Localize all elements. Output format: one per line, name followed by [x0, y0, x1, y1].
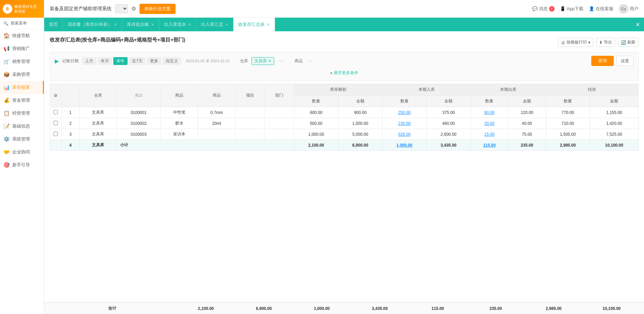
subtotal-in-qty[interactable]: 1,000.00 — [382, 140, 427, 151]
row2-out-qty[interactable]: 20.00 — [470, 118, 508, 129]
total-bal-qty: 2,985.00 — [525, 306, 582, 311]
table-row: 3 文具库 0100003 采访本 1,000.00 5,000.00 520.… — [50, 129, 639, 140]
date-this-year[interactable]: 本年 — [113, 57, 128, 65]
row2-num: 2 — [62, 118, 80, 129]
clipboard-icon: 📋 — [3, 110, 10, 116]
sidebar-item-basic-info[interactable]: 📝 基础信息 — [0, 120, 44, 133]
row1-dept — [265, 107, 294, 118]
expand-conditions-button[interactable]: ▾ 展开更多条件 — [328, 69, 361, 77]
row1-out-amt: 120.00 — [508, 107, 546, 118]
tab-inout-summary[interactable]: 出入库汇总 ✕ — [196, 18, 233, 31]
row3-in-amt: 2,600.00 — [427, 129, 471, 140]
tab-home[interactable]: 首页 — [44, 18, 63, 31]
sidebar-item-system[interactable]: ⚙️ 系统管理 — [0, 133, 44, 146]
tab-close-batch-ledger[interactable]: ✕ — [151, 22, 154, 27]
box-icon: 📦 — [3, 71, 10, 78]
goods-more-icon[interactable]: ··· — [306, 58, 313, 64]
notification-item[interactable]: 💬 消息 6 — [532, 6, 555, 12]
tab-inventory-dist[interactable]: 现存量（库存分布表） ✕ — [63, 18, 122, 31]
row2-checkbox[interactable] — [50, 118, 62, 129]
th-warehouse: 仓库 — [80, 84, 117, 107]
trial-button[interactable]: 体验行业方案 — [139, 4, 176, 14]
date-more[interactable]: 更多 — [147, 57, 161, 65]
row1-in-qty[interactable]: 250.00 — [382, 107, 427, 118]
subtotal-out-qty[interactable]: 115.00 — [470, 140, 508, 151]
row3-checkbox[interactable] — [50, 129, 62, 140]
sidebar-item-guide[interactable]: 🎯 新手引导 — [0, 159, 44, 171]
tab-close-inout-summary[interactable]: ✕ — [225, 22, 228, 27]
tab-batch-ledger[interactable]: 库存批次账 ✕ — [122, 18, 159, 31]
sidebar-item-sales[interactable]: 🛒 销售管理 — [0, 55, 44, 68]
subtotal-open-qty: 2,100.00 — [294, 140, 338, 151]
row1-project — [235, 107, 265, 118]
th-dept: 部门 — [265, 84, 294, 107]
warehouse-more-icon[interactable]: ··· — [278, 58, 284, 64]
sidebar-search[interactable]: 🔍 搜索菜单 — [0, 18, 44, 29]
sidebar-item-finance[interactable]: 💰 资金管理 — [0, 94, 44, 107]
system-select[interactable] — [115, 4, 128, 13]
app-download-item[interactable]: 📱 App下载 — [560, 6, 583, 12]
row1-checkbox[interactable] — [50, 107, 62, 118]
bell-icon: 💬 — [532, 6, 538, 11]
date-custom[interactable]: 自定义 — [163, 57, 181, 65]
online-service-item[interactable]: 👤 在线客服 — [589, 6, 613, 12]
settings-gear-icon[interactable]: ⚙ — [131, 5, 136, 12]
refresh-button[interactable]: 🔄 刷新 — [618, 38, 639, 47]
sidebar-item-purchase[interactable]: 📦 采购管理 — [0, 68, 44, 81]
row2-bal-qty: 710.00 — [546, 118, 590, 129]
info-icon: 📝 — [3, 123, 10, 129]
row3-out-qty[interactable]: 15.00 — [470, 129, 508, 140]
row2-open-amt: 1,000.00 — [338, 118, 382, 129]
tab-close-all-icon[interactable]: ✕ — [631, 21, 644, 28]
sidebar-item-operations[interactable]: 📋 经营管理 — [0, 107, 44, 120]
handshake-icon: 🤝 — [3, 149, 10, 155]
print-button[interactable]: 🖨 按模板打印 ▾ — [558, 38, 593, 47]
user-item[interactable]: Ea 用户 — [619, 4, 639, 14]
date-last-month[interactable]: 上月 — [82, 57, 96, 65]
sidebar-item-marketing[interactable]: 📢 营销推广 — [0, 42, 44, 55]
tab-close-inout-flow[interactable]: ✕ — [188, 22, 191, 27]
row2-name: 胶水 — [161, 118, 198, 129]
page-title: 收发存汇总表(按仓库+商品编码+商品+规格型号+项目+部门) — [50, 37, 185, 43]
sidebar-item-inventory[interactable]: 📊 库存核算 — [0, 81, 44, 94]
total-in-amt: 3,435.00 — [351, 306, 409, 311]
warehouse-tag-remove[interactable]: ✕ — [268, 59, 271, 63]
filter-toggle-icon[interactable]: ▶ — [55, 58, 59, 64]
tab-inout-flow[interactable]: 出入库流水 ✕ — [159, 18, 196, 31]
date-this-month[interactable]: 本月 — [98, 57, 112, 65]
subtotal-label: 小计 — [117, 140, 294, 151]
row1-out-qty[interactable]: 80.00 — [470, 107, 508, 118]
logo-text: 畅捷通好生意 标准版 — [14, 4, 37, 14]
tab-close-inventory-dist[interactable]: ✕ — [114, 22, 117, 27]
tab-recv-send-summary[interactable]: 收发存汇总表 ✕ — [233, 18, 275, 31]
export-button[interactable]: ⬆ 导出 — [596, 38, 615, 47]
row3-in-qty[interactable]: 520.00 — [382, 129, 427, 140]
chart-icon: 📊 — [3, 84, 10, 90]
chevron-down-small-icon: ▾ — [330, 71, 332, 76]
sidebar-item-quick-nav[interactable]: 🏠 快捷导航 — [0, 29, 44, 42]
th-in-qty: 数量 — [382, 96, 427, 107]
top-header: 装备及固定资产辅助管理系统 ⚙ 体验行业方案 💬 消息 6 📱 App下载 👤 … — [44, 0, 644, 18]
row3-check[interactable] — [53, 132, 58, 136]
th-in-amt: 金额 — [427, 96, 471, 107]
tab-close-recv-send[interactable]: ✕ — [267, 22, 270, 27]
row2-check[interactable] — [53, 121, 58, 125]
row2-in-qty[interactable]: 230.00 — [382, 118, 427, 129]
date-7days[interactable]: 近7天 — [129, 57, 146, 65]
table-wrapper: ⚙ 仓库 商品 商品 商品 项目 部门 库存期初 本期入库 本期出库 — [50, 84, 639, 151]
row2-code: 0100002 — [117, 118, 161, 129]
sidebar-item-enterprise[interactable]: 🤝 企业协同 — [0, 146, 44, 159]
row1-check[interactable] — [53, 110, 58, 114]
th-config[interactable]: ⚙ — [50, 84, 62, 107]
phone-icon: 📱 — [560, 6, 565, 11]
main-area: 装备及固定资产辅助管理系统 ⚙ 体验行业方案 💬 消息 6 📱 App下载 👤 … — [44, 0, 644, 314]
total-label: 合计 — [48, 305, 177, 311]
query-button[interactable]: 查询 — [591, 56, 614, 66]
subtotal-out-amt: 235.00 — [508, 140, 546, 151]
row2-dept — [265, 118, 294, 129]
date-shortcuts: 上月 本月 本年 近7天 更多 自定义 — [82, 57, 181, 65]
th-balance-group: 结存 — [546, 84, 638, 96]
filter-settings-button[interactable]: 设置 — [616, 56, 633, 66]
row3-num: 3 — [62, 129, 80, 140]
subtotal-num: 4 — [62, 140, 80, 151]
